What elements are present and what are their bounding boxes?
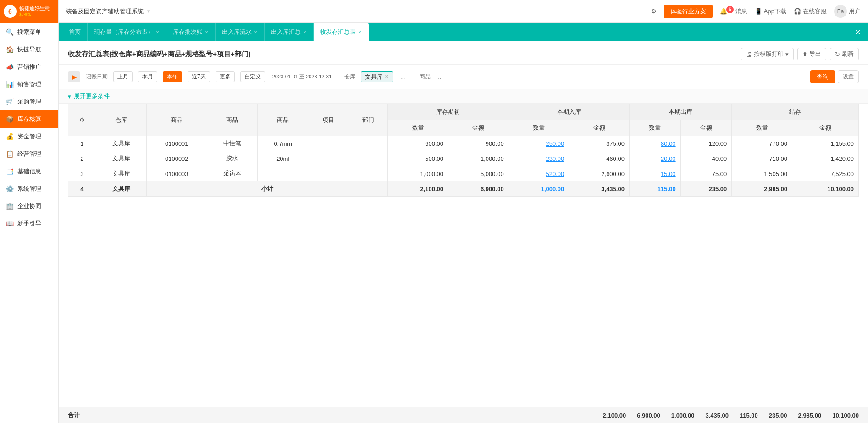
sidebar-item-enterprise[interactable]: 🏢 企业协同 bbox=[0, 198, 58, 215]
subtotal-out-qty[interactable]: 115.00 bbox=[629, 181, 680, 197]
col-bal-amt-header: 金额 bbox=[792, 120, 858, 136]
gear-icon: ⚙️ bbox=[6, 185, 14, 192]
sidebar-item-finance[interactable]: 💰 资金管理 bbox=[0, 128, 58, 145]
subtotal-warehouse: 文具库 bbox=[96, 181, 146, 197]
expand-conditions-bar[interactable]: ▾ 展开更多条件 bbox=[59, 89, 868, 104]
phone-icon: 📱 bbox=[755, 8, 762, 15]
sidebar-item-guide[interactable]: 📖 新手引导 bbox=[0, 215, 58, 232]
col-opening-amt-header: 金额 bbox=[448, 120, 509, 136]
goods-more-btn[interactable]: ... bbox=[438, 74, 442, 80]
row3-opening-amt: 5,000.00 bbox=[448, 166, 509, 181]
warehouse-tag-close[interactable]: ✕ bbox=[385, 74, 389, 80]
close-all-tabs-btn[interactable]: ✕ bbox=[851, 28, 864, 37]
row1-in-qty[interactable]: 250.00 bbox=[509, 136, 569, 151]
tab-close-inout-summary[interactable]: ✕ bbox=[303, 29, 307, 35]
online-service-btn[interactable]: 🎧 在线客服 bbox=[794, 7, 827, 16]
date-btn-cur-month[interactable]: 本月 bbox=[138, 71, 157, 82]
row3-opening-qty: 1,000.00 bbox=[388, 166, 448, 181]
goods-label: 商品 bbox=[420, 73, 431, 81]
col-bal-qty-header: 数量 bbox=[732, 120, 792, 136]
row3-out-qty[interactable]: 15.00 bbox=[629, 166, 680, 181]
expand-arrow-icon: ▾ bbox=[68, 93, 71, 100]
row2-in-qty[interactable]: 230.00 bbox=[509, 151, 569, 166]
col-in-qty-header: 数量 bbox=[509, 120, 569, 136]
tab-inout-flow[interactable]: 出入库流水 ✕ bbox=[216, 23, 265, 41]
col-opening-qty-header: 数量 bbox=[388, 120, 448, 136]
row2-out-qty[interactable]: 20.00 bbox=[629, 151, 680, 166]
date-label: 记账日期 bbox=[86, 73, 108, 81]
row1-name: 中性笔 bbox=[207, 136, 257, 151]
footer-opening-amt: 6,900.00 bbox=[637, 412, 660, 419]
date-btn-custom[interactable]: 自定义 bbox=[240, 71, 265, 82]
tab-home[interactable]: 首页 bbox=[62, 23, 88, 41]
export-btn[interactable]: ⬆ 导出 bbox=[797, 48, 826, 60]
row1-bal-qty: 770.00 bbox=[732, 136, 792, 151]
sidebar-item-search[interactable]: 🔍 搜索菜单 bbox=[0, 23, 58, 41]
refresh-btn[interactable]: ↻ 刷新 bbox=[830, 48, 859, 60]
building-icon: 🏢 bbox=[6, 203, 14, 210]
table-row: 1 文具库 0100001 中性笔 0.7mm 600.00 900.00 25… bbox=[68, 136, 859, 151]
sidebar-item-label: 新手引导 bbox=[17, 220, 41, 228]
top-header: 装备及固定资产辅助管理系统 ▾ ⚙ 体验行业方案 🔔 6 消息 📱 App下载 … bbox=[59, 0, 868, 23]
tab-close-batch[interactable]: ✕ bbox=[205, 29, 209, 35]
avatar: Ea bbox=[834, 5, 847, 18]
page-header-row: 收发存汇总表(按仓库+商品编码+商品+规格型号+项目+部门) 🖨 按模版打印 ▾… bbox=[59, 41, 868, 65]
tab-inout-summary[interactable]: 出入库汇总 ✕ bbox=[265, 23, 314, 41]
sidebar-item-purchase[interactable]: 🛒 采购管理 bbox=[0, 93, 58, 110]
col-group-opening: 库存期初 bbox=[388, 104, 509, 120]
tab-batch[interactable]: 库存批次账 ✕ bbox=[166, 23, 216, 41]
col-group-balance: 结存 bbox=[732, 104, 859, 120]
print-btn[interactable]: 🖨 按模版打印 ▾ bbox=[741, 48, 794, 60]
date-btn-more[interactable]: 更多 bbox=[216, 71, 235, 82]
sidebar-item-system[interactable]: ⚙️ 系统管理 bbox=[0, 180, 58, 198]
experience-btn[interactable]: 体验行业方案 bbox=[664, 5, 713, 18]
date-btn-cur-year[interactable]: 本年 bbox=[163, 71, 182, 82]
page-title: 收发存汇总表(按仓库+商品编码+商品+规格型号+项目+部门) bbox=[68, 50, 251, 59]
tab-close-stock-dist[interactable]: ✕ bbox=[155, 29, 160, 35]
sidebar-item-quicknav[interactable]: 🏠 快捷导航 bbox=[0, 41, 58, 58]
filter-settings-btn[interactable]: 设置 bbox=[838, 70, 859, 83]
sidebar-item-label: 搜索菜单 bbox=[17, 28, 41, 36]
table-footer: 合计 2,100.00 6,900.00 1,000.00 3,435.00 1… bbox=[59, 407, 868, 423]
date-btn-prev-month[interactable]: 上月 bbox=[113, 71, 133, 82]
warehouse-label: 仓库 bbox=[344, 73, 355, 81]
subtotal-in-qty[interactable]: 1,000.00 bbox=[509, 181, 569, 197]
col-warehouse-header: 仓库 bbox=[96, 104, 146, 136]
sidebar-item-sales[interactable]: 📊 销售管理 bbox=[0, 76, 58, 93]
row3-bal-qty: 1,505.00 bbox=[732, 166, 792, 181]
col-name-header: 商品 bbox=[207, 104, 257, 136]
footer-in-amt: 3,435.00 bbox=[705, 412, 729, 419]
row3-bal-amt: 7,525.00 bbox=[792, 166, 858, 181]
cart-icon: 🛒 bbox=[6, 98, 14, 105]
subtotal-no: 4 bbox=[68, 181, 96, 197]
app-logo: 6 畅捷通好生意 标准版 bbox=[0, 0, 58, 23]
row2-bal-qty: 710.00 bbox=[732, 151, 792, 166]
footer-bal-amt: 10,100.00 bbox=[832, 412, 859, 419]
row3-spec bbox=[257, 166, 309, 181]
messages-btn[interactable]: 🔔 6 消息 bbox=[720, 7, 747, 16]
col-code-header: 商品 bbox=[146, 104, 207, 136]
row1-out-qty[interactable]: 80.00 bbox=[629, 136, 680, 151]
sidebar-item-basicinfo[interactable]: 📑 基础信息 bbox=[0, 163, 58, 180]
tab-close-inout-flow[interactable]: ✕ bbox=[254, 29, 258, 35]
row3-in-qty[interactable]: 520.00 bbox=[509, 166, 569, 181]
search-icon: 🔍 bbox=[6, 28, 14, 36]
col-settings-header[interactable]: ⚙ bbox=[68, 104, 96, 136]
row2-out-amt: 40.00 bbox=[680, 151, 732, 166]
tab-stock-dist[interactable]: 现存量（库存分布表） ✕ bbox=[88, 23, 166, 41]
app-download-btn[interactable]: 📱 App下载 bbox=[755, 7, 786, 16]
filter-toggle-btn[interactable]: ▶ bbox=[68, 71, 80, 82]
date-btn-7days[interactable]: 近7天 bbox=[188, 71, 210, 82]
sidebar-item-operations[interactable]: 📋 经营管理 bbox=[0, 145, 58, 163]
user-menu-btn[interactable]: Ea 用户 bbox=[834, 5, 861, 18]
tab-receive-summary[interactable]: 收发存汇总表 ✕ bbox=[314, 23, 369, 41]
sidebar-item-inventory[interactable]: 📦 库存核算 bbox=[0, 110, 58, 128]
row1-bal-amt: 1,155.00 bbox=[792, 136, 858, 151]
tab-close-receive-summary[interactable]: ✕ bbox=[358, 29, 362, 35]
col-dept-header: 部门 bbox=[348, 104, 387, 136]
settings-icon-btn[interactable]: ⚙ bbox=[651, 8, 657, 15]
sidebar-item-label: 经营管理 bbox=[17, 150, 41, 158]
warehouse-more-btn[interactable]: ... bbox=[400, 74, 405, 80]
query-btn[interactable]: 查询 bbox=[810, 70, 835, 83]
sidebar-item-marketing[interactable]: 📣 营销推广 bbox=[0, 58, 58, 76]
